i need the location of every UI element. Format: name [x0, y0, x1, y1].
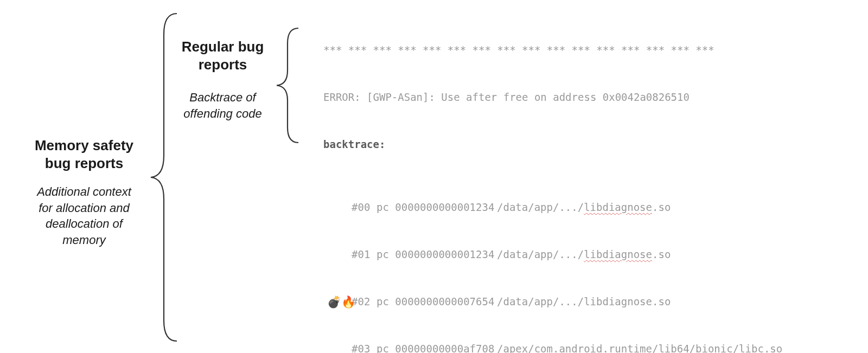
- diagram-root: Memory safety bug reports Additional con…: [0, 0, 868, 353]
- backtrace-row: #02pc 0000000000007654/data/app/.../libd…: [323, 294, 866, 310]
- backtrace-row: #03pc 00000000000af708/apex/com.android.…: [323, 341, 866, 353]
- left-sub-line-2: for allocation and: [39, 201, 130, 215]
- left-title-line-2: bug reports: [45, 155, 123, 171]
- middle-subtitle: Backtrace of offending code: [175, 89, 271, 121]
- left-title-line-1: Memory safety: [35, 137, 133, 153]
- left-sub-line-3: deallocation of: [46, 217, 123, 230]
- middle-title: Regular bug reports: [175, 38, 271, 73]
- middle-title-line-2: reports: [199, 56, 247, 73]
- backtrace-label: backtrace:: [323, 137, 866, 152]
- middle-sub-line-1: Backtrace of: [189, 91, 256, 104]
- stars-row: *** *** *** *** *** *** *** *** *** *** …: [323, 42, 866, 58]
- left-sub-line-1: Additional context: [37, 185, 131, 198]
- left-sub-line-4: memory: [62, 233, 105, 247]
- bomb-fire-icon: 💣🔥: [327, 294, 355, 310]
- middle-title-line-1: Regular bug: [182, 38, 264, 55]
- left-title: Memory safety bug reports: [16, 137, 152, 172]
- error-row: ERROR: [GWP-ASan]: Use after free on add…: [323, 89, 866, 105]
- middle-annotation: Regular bug reports Backtrace of offendi…: [175, 38, 271, 121]
- left-annotation: Memory safety bug reports Additional con…: [16, 137, 152, 248]
- large-brace-icon: [150, 12, 178, 342]
- middle-sub-line-2: offending code: [183, 107, 261, 120]
- backtrace-row: #00pc 0000000000001234/data/app/.../libd…: [323, 200, 866, 215]
- backtrace-row: #01pc 0000000000001234/data/app/.../libd…: [323, 247, 866, 262]
- left-subtitle: Additional context for allocation and de…: [16, 184, 152, 248]
- trace-block: *** *** *** *** *** *** *** *** *** *** …: [323, 11, 866, 353]
- small-brace-icon: [276, 27, 299, 144]
